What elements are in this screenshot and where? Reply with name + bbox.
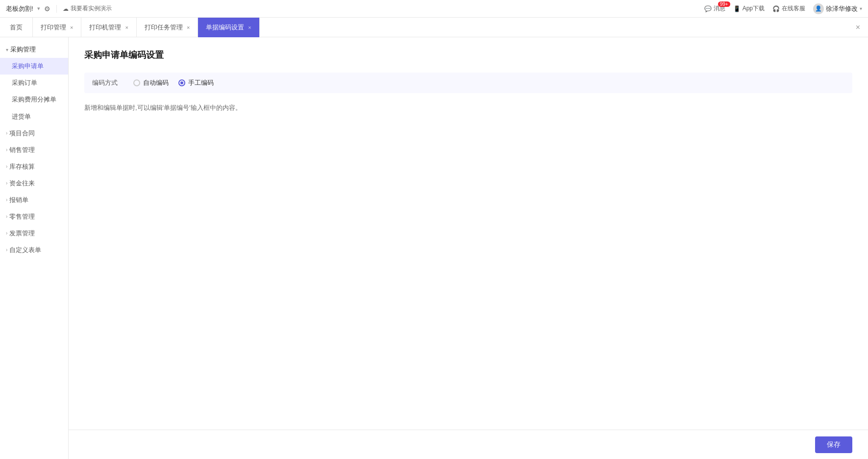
inventory-arrow-icon: ›: [6, 164, 7, 169]
demo-text: 我要看实例演示: [71, 4, 112, 13]
online-service-icon: 🎧: [772, 5, 780, 12]
settings-icon[interactable]: ⚙: [44, 5, 50, 13]
auto-encoding-label: 自动编码: [143, 78, 169, 87]
page-title: 采购申请单编码设置: [84, 49, 852, 61]
sidebar-item-purchase-expense[interactable]: 采购费用分摊单: [0, 91, 68, 108]
tab-print-management-close[interactable]: ×: [70, 25, 73, 30]
online-service-label: 在线客服: [782, 4, 805, 13]
invoice-arrow-icon: ›: [6, 230, 7, 236]
tab-bar: 首页 打印管理 × 打印机管理 × 打印任务管理 × 单据编码设置 × ×: [0, 18, 868, 37]
hint-text: 新增和编辑单据时,可以编辑'单据编号'输入框中的内容。: [84, 103, 852, 113]
tab-barcode-settings-label: 单据编码设置: [206, 23, 244, 32]
tab-print-task-label: 打印任务管理: [145, 23, 183, 32]
sidebar-group-purchase-label: 采购管理: [10, 45, 36, 54]
content-body: 采购申请单编码设置 编码方式 自动编码 手工编码 新增和编辑单据时,可以编辑'单…: [69, 37, 868, 430]
divider: [56, 5, 57, 13]
tab-barcode-settings[interactable]: 单据编码设置 ×: [198, 18, 259, 37]
auto-encoding-option[interactable]: 自动编码: [133, 78, 169, 87]
app-download-label: App下载: [743, 4, 765, 13]
tab-home[interactable]: 首页: [0, 18, 33, 37]
tab-printer-management-label: 打印机管理: [89, 23, 121, 32]
message-icon: 💬: [704, 5, 712, 12]
sidebar: ▾ 采购管理 采购申请单 采购订单 采购费用分摊单 进货单 › 项目合同 › 销…: [0, 37, 69, 459]
top-bar: 老板勿割! ▾ ⚙ ☁ 我要看实例演示 💬 消息 99+ 📱 App下载 🎧 在…: [0, 0, 868, 18]
retail-arrow-icon: ›: [6, 214, 7, 219]
custom-form-arrow-icon: ›: [6, 247, 7, 253]
tab-print-task[interactable]: 打印任务管理 ×: [137, 18, 198, 37]
tab-bar-close-all[interactable]: ×: [848, 23, 868, 32]
expense-claim-arrow-icon: ›: [6, 197, 7, 203]
content-area: 采购申请单编码设置 编码方式 自动编码 手工编码 新增和编辑单据时,可以编辑'单…: [69, 37, 868, 459]
sidebar-group-sales[interactable]: › 销售管理: [0, 142, 68, 158]
username: 徐泽华修改: [826, 4, 858, 13]
purchase-arrow-icon: ▾: [6, 47, 8, 52]
logo-chevron-icon[interactable]: ▾: [37, 5, 40, 12]
message-action[interactable]: 💬 消息 99+: [704, 4, 725, 13]
encoding-label: 编码方式: [92, 78, 122, 87]
tab-print-management[interactable]: 打印管理 ×: [33, 18, 81, 37]
sidebar-group-finance[interactable]: › 资金往来: [0, 175, 68, 192]
user-info[interactable]: 👤 徐泽华修改 ▾: [813, 3, 862, 14]
tab-print-task-close[interactable]: ×: [187, 25, 190, 30]
sales-arrow-icon: ›: [6, 147, 7, 153]
auto-encoding-radio[interactable]: [133, 79, 140, 86]
tab-printer-management-close[interactable]: ×: [125, 25, 128, 30]
project-contract-arrow-icon: ›: [6, 130, 7, 136]
sidebar-item-purchase-requisition[interactable]: 采购申请单: [0, 58, 68, 75]
avatar: 👤: [813, 3, 824, 14]
tab-barcode-settings-close[interactable]: ×: [248, 25, 251, 30]
message-badge: 99+: [718, 1, 730, 7]
content-footer: 保存: [69, 430, 868, 459]
app-download-action[interactable]: 📱 App下载: [733, 4, 765, 13]
tab-home-label: 首页: [10, 23, 23, 32]
top-bar-left: 老板勿割! ▾ ⚙ ☁ 我要看实例演示: [6, 4, 112, 13]
encoding-radio-group: 自动编码 手工编码: [133, 78, 214, 87]
sidebar-group-inventory[interactable]: › 库存核算: [0, 158, 68, 175]
encoding-row: 编码方式 自动编码 手工编码: [84, 73, 852, 93]
online-service-action[interactable]: 🎧 在线客服: [772, 4, 805, 13]
sidebar-group-project-contract[interactable]: › 项目合同: [0, 125, 68, 142]
save-button[interactable]: 保存: [815, 436, 852, 453]
user-chevron-icon: ▾: [860, 6, 862, 11]
sidebar-group-expense-claim[interactable]: › 报销单: [0, 192, 68, 208]
app-download-icon: 📱: [733, 5, 741, 12]
main-layout: ▾ 采购管理 采购申请单 采购订单 采购费用分摊单 进货单 › 项目合同 › 销…: [0, 37, 868, 459]
sidebar-group-retail[interactable]: › 零售管理: [0, 208, 68, 225]
sidebar-item-stock-in[interactable]: 进货单: [0, 108, 68, 125]
sidebar-group-purchase[interactable]: ▾ 采购管理: [0, 41, 68, 58]
sidebar-group-invoice[interactable]: › 发票管理: [0, 225, 68, 242]
finance-arrow-icon: ›: [6, 180, 7, 186]
app-logo: 老板勿割!: [6, 4, 33, 13]
demo-link[interactable]: ☁ 我要看实例演示: [63, 4, 112, 13]
demo-icon: ☁: [63, 5, 69, 12]
sidebar-group-custom-form[interactable]: › 自定义表单: [0, 242, 68, 258]
manual-encoding-radio[interactable]: [178, 79, 185, 86]
top-bar-right: 💬 消息 99+ 📱 App下载 🎧 在线客服 👤 徐泽华修改 ▾: [704, 3, 862, 14]
tab-printer-management[interactable]: 打印机管理 ×: [81, 18, 136, 37]
manual-encoding-option[interactable]: 手工编码: [178, 78, 214, 87]
tab-print-management-label: 打印管理: [41, 23, 66, 32]
sidebar-item-purchase-order[interactable]: 采购订单: [0, 75, 68, 91]
manual-encoding-label: 手工编码: [188, 78, 214, 87]
